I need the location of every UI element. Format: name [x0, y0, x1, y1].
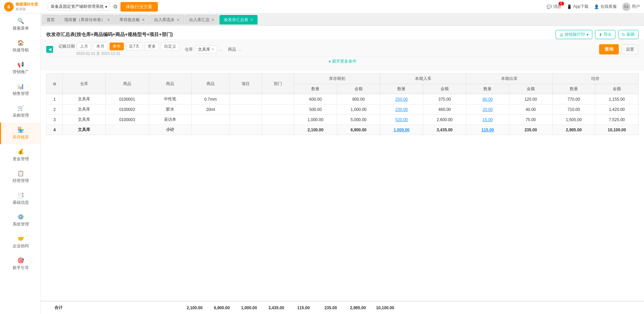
cell-goods-code: 0100002 — [105, 104, 149, 115]
sidebar-item-system[interactable]: ⚙️ 系统管理 — [0, 210, 40, 231]
cell-goods-name: 小计 — [149, 125, 192, 135]
sidebar-item-purchase[interactable]: 🛒 采购管理 — [0, 101, 40, 122]
settings-button[interactable]: 设置 — [622, 44, 639, 54]
cell-out-qty[interactable]: 115.00 — [466, 125, 509, 135]
tab-batch[interactable]: 库存批次账 × — [115, 15, 149, 24]
in-qty-link[interactable]: 230.00 — [395, 107, 408, 112]
cell-in-amt: 3,435.00 — [423, 125, 466, 135]
total-opening-qty: 2,100.00 — [181, 304, 208, 312]
tab-inout-flow[interactable]: 出入库流水 × — [150, 15, 184, 24]
th-out-qty: 数量 — [466, 84, 509, 94]
print-label: 按钮版打印 — [565, 32, 585, 37]
th-opening-qty: 数量 — [294, 84, 337, 94]
sidebar-item-finance[interactable]: 💰 资金管理 — [0, 144, 40, 166]
sidebar-item-sales[interactable]: 📊 销售管理 — [0, 79, 40, 101]
sidebar-item-inventory[interactable]: 🏪 库存核算 — [0, 122, 40, 144]
tab-bar: 首页 现存量（库存分布表） × 库存批次账 × 出入库流水 × 出入库汇总 × … — [41, 14, 644, 26]
date-btn-this-month[interactable]: 本月 — [93, 43, 108, 50]
tab-inout-summary[interactable]: 出入库汇总 × — [185, 15, 219, 24]
total-opening-amt: 6,900.00 — [208, 304, 235, 312]
th-closing-group: 结存 — [552, 74, 638, 84]
search-icon: 🔍 — [17, 18, 24, 24]
table-header: ⚙ 仓库 商品 商品 商品 项目 部门 库存期初 本期入库 本期出库 结存 — [47, 74, 639, 94]
cell-opening-amt: 1,000.00 — [337, 104, 380, 115]
user-menu[interactable]: Ea 用户 — [622, 3, 640, 11]
cell-opening-qty: 500.00 — [294, 104, 337, 115]
cell-goods-name: 胶水 — [149, 104, 192, 115]
finance-icon: 💰 — [17, 148, 24, 155]
app-download-button[interactable]: 📱 App下载 — [567, 4, 589, 10]
cell-out-amt: 75.00 — [509, 115, 552, 125]
cell-dept — [262, 94, 294, 104]
tab-inout-flow-close[interactable]: × — [177, 17, 179, 22]
date-btn-more[interactable]: 更多 — [145, 43, 159, 50]
table-row: 1 文具库 0100001 中性笔 0.7mm 600.00 900.00 25… — [47, 94, 639, 104]
message-badge: 6 — [559, 2, 564, 5]
cell-closing-qty: 2,985.00 — [552, 125, 595, 135]
cell-in-qty[interactable]: 1,000.00 — [380, 125, 423, 135]
cell-warehouse: 文具库 — [63, 125, 106, 135]
gear-icon[interactable]: ⚙ — [113, 3, 118, 10]
export-button[interactable]: ⬇ 导出 — [595, 30, 615, 39]
online-service-button[interactable]: 👤 在线客服 — [594, 4, 617, 10]
sidebar-item-marketing[interactable]: 📢 营销推广 — [0, 57, 40, 79]
cell-in-qty[interactable]: 250.00 — [380, 94, 423, 104]
sidebar-item-basic-info[interactable]: 📑 基础信息 — [0, 188, 40, 210]
refresh-button[interactable]: ↻ 刷新 — [618, 30, 639, 39]
sidebar-item-label: 营销推广 — [13, 69, 29, 75]
date-btn-custom[interactable]: 自定义 — [161, 43, 179, 50]
message-button[interactable]: 💬 消息 6 — [547, 4, 561, 10]
tab-inout-summary-close[interactable]: × — [212, 17, 214, 22]
expand-more-button[interactable]: ▾ 展开更多条件 — [46, 56, 639, 66]
warehouse-more[interactable]: ... — [219, 47, 222, 52]
cell-project — [229, 94, 262, 104]
sidebar-item-search[interactable]: 🔍 搜索菜单 — [0, 14, 40, 35]
tab-recv-send-summary[interactable]: 收发存汇总表 × — [219, 15, 258, 24]
cell-seq: 3 — [47, 115, 63, 125]
tab-batch-close[interactable]: × — [142, 17, 145, 22]
chevron-down-icon: ▾ — [587, 32, 589, 37]
warehouse-tag-close[interactable]: × — [212, 47, 214, 52]
logo-area: 6 畅捷通好生意 标准版 — [4, 2, 45, 12]
tab-recv-send-close[interactable]: × — [250, 17, 253, 22]
page-title: 收发存汇总表(按仓库+商品编码+商品+规格型号+项目+部门) — [46, 32, 173, 38]
sidebar-item-quick-nav[interactable]: 🏠 快捷导航 — [0, 35, 40, 57]
tab-stock-dist[interactable]: 现存量（库存分布表） × — [60, 15, 114, 24]
in-qty-link[interactable]: 250.00 — [395, 97, 408, 102]
cell-out-qty[interactable]: 80.00 — [466, 94, 509, 104]
out-qty-link[interactable]: 20.00 — [482, 107, 493, 112]
sidebar-item-enterprise[interactable]: 🤝 企业协同 — [0, 231, 40, 253]
in-qty-link[interactable]: 1,000.00 — [394, 128, 410, 132]
cell-in-qty[interactable]: 230.00 — [380, 104, 423, 115]
purchase-icon: 🛒 — [17, 105, 24, 111]
out-qty-link[interactable]: 15.00 — [482, 117, 493, 122]
print-button[interactable]: 🖨 按钮版打印 ▾ — [556, 30, 592, 39]
content-area: 首页 现存量（库存分布表） × 库存批次账 × 出入库流水 × 出入库汇总 × … — [41, 14, 644, 314]
goods-more[interactable]: ... — [238, 47, 242, 52]
out-qty-link[interactable]: 115.00 — [481, 128, 494, 132]
sidebar-item-operations[interactable]: 📋 经营管理 — [0, 166, 40, 188]
total-closing-qty: 2,985.00 — [344, 304, 371, 312]
system-selector[interactable]: 装备及固定资产辅助管理系统 ▾ — [48, 3, 110, 11]
cell-out-qty[interactable]: 20.00 — [466, 104, 509, 115]
date-btn-this-year[interactable]: 本年 — [110, 43, 124, 50]
query-button[interactable]: 查询 — [599, 44, 619, 54]
tab-stock-dist-close[interactable]: × — [107, 17, 110, 22]
cell-goods-name: 中性笔 — [149, 94, 192, 104]
cell-in-qty[interactable]: 520.00 — [380, 115, 423, 125]
date-btn-7days[interactable]: 近7天 — [126, 43, 143, 50]
th-closing-qty: 数量 — [552, 84, 595, 94]
cell-out-qty[interactable]: 15.00 — [466, 115, 509, 125]
trial-button[interactable]: 体验行业方案 — [120, 2, 158, 12]
out-qty-link[interactable]: 80.00 — [482, 97, 493, 102]
in-qty-link[interactable]: 520.00 — [395, 117, 408, 122]
filter-toggle-button[interactable]: ◀ — [46, 46, 53, 53]
th-settings[interactable]: ⚙ — [47, 74, 63, 94]
tab-home[interactable]: 首页 — [42, 15, 59, 24]
sidebar-item-guide[interactable]: 🎯 新手引导 — [0, 253, 40, 275]
goods-filter-group: 商品 ... — [228, 47, 242, 52]
total-closing-amt: 10,100.00 — [371, 304, 399, 312]
date-btn-last-month[interactable]: 上月 — [77, 43, 91, 50]
app-download-label: App下载 — [573, 4, 589, 10]
cell-goods-code — [105, 125, 149, 135]
